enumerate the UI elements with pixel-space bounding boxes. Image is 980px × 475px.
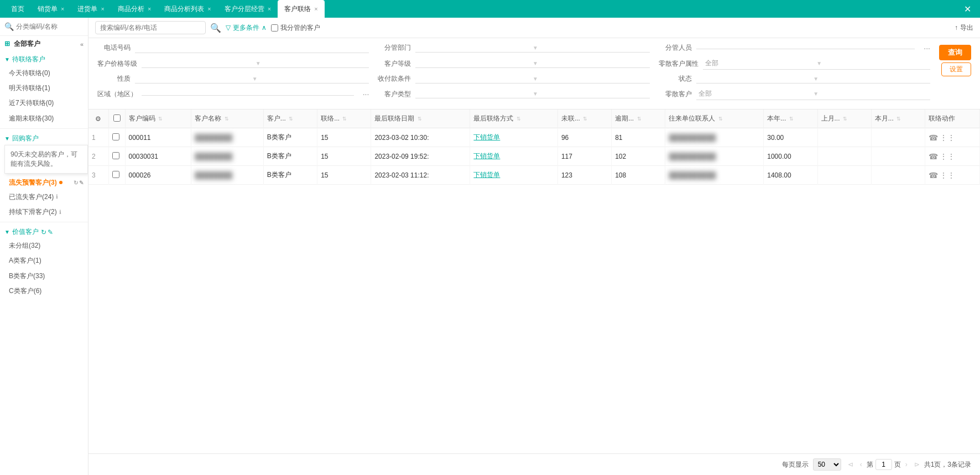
action-contact-icon[interactable]: ☎ xyxy=(929,133,938,142)
tab-customer-contact[interactable]: 客户联络 × xyxy=(278,0,324,18)
sidebar-section-churn[interactable]: ▼ 回购客户 xyxy=(0,131,88,145)
churn-declining-info-icon: ℹ xyxy=(59,208,61,217)
window-close-button[interactable]: ✕ xyxy=(960,4,976,14)
customer-table: ⚙ 客户编码 ⇅ 客户名称 ⇅ xyxy=(88,109,980,185)
col-code[interactable]: 客户编码 ⇅ xyxy=(125,109,191,128)
col-overdue-sort-icon: ⇅ xyxy=(637,116,642,122)
cell-this-month xyxy=(871,147,925,166)
tab-customer-segment-close[interactable]: × xyxy=(268,6,271,12)
search-input[interactable] xyxy=(95,21,206,34)
sidebar-section-value[interactable]: ▼ 价值客户 ↻ ✎ xyxy=(0,225,88,238)
refresh-icon[interactable]: ↻ xyxy=(74,180,78,186)
my-customers-checkbox[interactable] xyxy=(271,24,278,32)
person-dots[interactable]: ··· xyxy=(924,44,930,53)
status-arrow: ▼ xyxy=(813,76,928,82)
col-last-contact-method[interactable]: 最后联络方式 ⇅ xyxy=(470,109,557,128)
col-settings[interactable]: ⚙ xyxy=(88,109,108,128)
value-refresh-icon[interactable]: ↻ xyxy=(41,228,46,236)
person-select[interactable] xyxy=(696,46,915,49)
page-input[interactable] xyxy=(875,459,892,470)
tab-customer-contact-close[interactable]: × xyxy=(314,6,317,12)
sidebar-item-class-c[interactable]: C类客户(6) xyxy=(0,284,88,299)
tab-home[interactable]: 首页 xyxy=(4,0,31,18)
tab-customer-segment[interactable]: 客户分层经营 × xyxy=(218,0,278,18)
col-contact[interactable]: 联络... ⇅ xyxy=(317,109,371,128)
tab-purchase[interactable]: 进货单 × xyxy=(71,0,111,18)
tab-goods-analysis[interactable]: 商品分析 × xyxy=(111,0,158,18)
col-overdue[interactable]: 逾期... ⇅ xyxy=(612,109,665,128)
col-checkbox[interactable] xyxy=(108,109,125,128)
sidebar-item-churn-warning[interactable]: 流失预警客户(3) ↻ ✎ xyxy=(0,176,88,190)
action-more-icon[interactable]: ⋮⋮ xyxy=(940,152,955,161)
next-page-btn[interactable]: › xyxy=(903,460,910,469)
col-name[interactable]: 客户名称 ⇅ xyxy=(191,109,264,128)
dept-select[interactable]: ▼ xyxy=(415,44,649,53)
action-contact-icon[interactable]: ☎ xyxy=(929,152,938,161)
export-btn[interactable]: ↑ 导出 xyxy=(955,23,973,33)
prev-page-btn[interactable]: ‹ xyxy=(858,460,864,469)
sidebar-all-customers[interactable]: ⊞ 全部客户 « xyxy=(0,36,88,52)
region-select[interactable] xyxy=(142,93,354,96)
cell-last-month xyxy=(817,147,871,166)
sidebar-item-unsegmented[interactable]: 未分组(32) xyxy=(0,238,88,253)
payment-select[interactable]: ▼ xyxy=(415,75,649,83)
cell-uncontacted: 117 xyxy=(557,147,611,166)
sidebar-item-churn-lost[interactable]: 已流失客户(24) ℹ xyxy=(0,190,88,205)
cell-checkbox[interactable] xyxy=(108,128,125,147)
value-edit-icon[interactable]: ✎ xyxy=(48,228,53,236)
tab-purchase-label: 进货单 xyxy=(77,4,97,14)
more-conditions-btn[interactable]: ▽ 更多条件 ∧ xyxy=(226,23,267,33)
col-type-sort-icon: ⇅ xyxy=(289,116,293,122)
col-last-contact-date[interactable]: 最后联络日期 ⇅ xyxy=(371,109,470,128)
tab-goods-list-close[interactable]: × xyxy=(207,6,211,12)
col-this-month[interactable]: 本月... ⇅ xyxy=(871,109,925,128)
select-all-checkbox[interactable] xyxy=(113,114,121,122)
region-dots[interactable]: ··· xyxy=(363,90,369,98)
price-level-select[interactable]: ▼ xyxy=(142,59,369,68)
sidebar-section-pending[interactable]: ▼ 待联络客户 xyxy=(0,52,88,66)
last-page-btn[interactable]: ⊳ xyxy=(912,460,922,469)
tab-purchase-close[interactable]: × xyxy=(101,6,104,12)
cell-last-contact-method[interactable]: 下销货单 xyxy=(470,166,557,185)
sidebar-item-churn-declining[interactable]: 持续下滑客户(2) ℹ xyxy=(0,205,88,220)
cell-checkbox[interactable] xyxy=(108,166,125,185)
zero-attr-select[interactable]: 全部 ▼ xyxy=(703,58,930,70)
col-type[interactable]: 客户... ⇅ xyxy=(263,109,317,128)
my-customers-checkbox-label[interactable]: 我分管的客户 xyxy=(271,23,320,33)
col-unit-contact[interactable]: 往来单位联系人 ⇅ xyxy=(665,109,764,128)
sidebar-item-today[interactable]: 今天待联络(0) xyxy=(0,66,88,81)
action-more-icon[interactable]: ⋮⋮ xyxy=(940,171,955,180)
cell-last-contact-method[interactable]: 下销货单 xyxy=(470,128,557,147)
search-button[interactable]: 🔍 xyxy=(210,23,221,33)
tab-goods-analysis-close[interactable]: × xyxy=(148,6,151,12)
customer-level-select[interactable]: ▼ xyxy=(415,59,649,68)
tab-sales[interactable]: 销货单 × xyxy=(31,0,71,18)
filter-payment: 收付款条件 ▼ xyxy=(378,74,649,83)
action-more-icon[interactable]: ⋮⋮ xyxy=(940,133,955,142)
sidebar-item-overdue[interactable]: 逾期未联络(30) xyxy=(0,111,88,126)
per-page-select[interactable]: 50 100 200 xyxy=(813,458,841,471)
cell-last-contact-method[interactable]: 下销货单 xyxy=(470,147,557,166)
customer-type-select[interactable]: ▼ xyxy=(415,90,649,98)
cell-checkbox[interactable] xyxy=(108,147,125,166)
gender-select[interactable]: ▼ xyxy=(135,75,369,83)
query-button[interactable]: 查询 xyxy=(939,45,971,60)
zero-customer-select[interactable]: 全部 ▼ xyxy=(696,88,930,100)
sidebar-item-class-a[interactable]: A类客户(1) xyxy=(0,253,88,268)
filter-person: 分管人员 ··· xyxy=(659,43,930,53)
status-select[interactable]: ▼ xyxy=(696,75,930,83)
settings-button[interactable]: 设置 xyxy=(941,62,971,76)
sidebar-search-input[interactable] xyxy=(16,23,88,30)
col-uncontacted[interactable]: 未联... ⇅ xyxy=(557,109,611,128)
sidebar-item-tomorrow[interactable]: 明天待联络(1) xyxy=(0,81,88,96)
phone-input[interactable] xyxy=(135,43,369,53)
first-page-btn[interactable]: ⊲ xyxy=(846,460,856,469)
tab-sales-close[interactable]: × xyxy=(61,6,64,12)
edit-icon[interactable]: ✎ xyxy=(79,180,84,186)
sidebar-item-class-b[interactable]: B类客户(33) xyxy=(0,269,88,284)
action-contact-icon[interactable]: ☎ xyxy=(929,171,938,180)
sidebar-item-week[interactable]: 近7天待联络(0) xyxy=(0,96,88,111)
tab-goods-list[interactable]: 商品分析列表 × xyxy=(158,0,217,18)
col-last-month[interactable]: 上月... ⇅ xyxy=(817,109,871,128)
col-this-year[interactable]: 本年... ⇅ xyxy=(764,109,817,128)
